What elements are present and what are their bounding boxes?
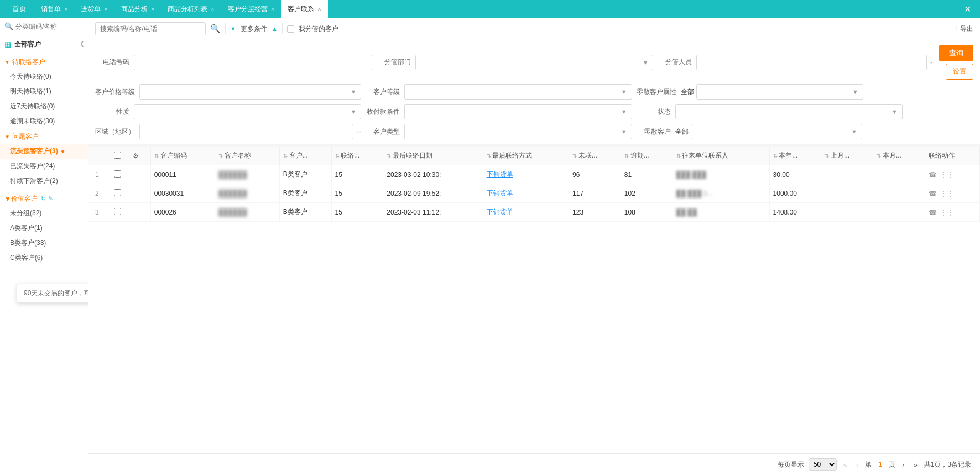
cell-last-method[interactable]: 下销货单 xyxy=(483,184,569,203)
cell-checkbox[interactable] xyxy=(106,165,129,184)
window-close-button[interactable]: ✕ xyxy=(960,4,976,14)
all-customers-header[interactable]: ⊞ 全部客户 《 xyxy=(0,35,88,54)
cell-year-amount: 30.00 xyxy=(769,165,821,184)
close-customer-contact-tab[interactable]: × xyxy=(317,6,321,12)
row-checkbox-2[interactable] xyxy=(114,208,121,215)
cell-last-date: 2023-03-02 10:30: xyxy=(383,165,483,184)
next-page-btn[interactable]: › xyxy=(900,460,906,470)
prev-page-btn[interactable]: ‹ xyxy=(854,460,861,470)
region-input[interactable] xyxy=(139,124,353,139)
first-page-btn[interactable]: « xyxy=(841,460,849,470)
nature-select[interactable]: ▼ xyxy=(134,104,361,119)
tab-analysis[interactable]: 商品分析 × xyxy=(114,0,161,18)
sidebar-item-declining[interactable]: 持续下滑客户(2) xyxy=(0,174,88,189)
customer-type-select[interactable]: ▼ xyxy=(404,124,632,139)
sidebar-item-class-b[interactable]: B类客户(33) xyxy=(0,236,88,250)
th-checkbox[interactable] xyxy=(106,147,129,165)
tab-customer-tier[interactable]: 客户分层经营 × xyxy=(221,0,281,18)
close-customer-tier-tab[interactable]: × xyxy=(271,6,274,12)
th-last-method[interactable]: 最后联络方式 xyxy=(483,147,569,165)
th-unit-contact[interactable]: 往来单位联系人 xyxy=(673,147,769,165)
my-customers-checkbox[interactable] xyxy=(287,25,294,33)
th-last-month[interactable]: 上月... xyxy=(821,147,873,165)
table-header-row: ⚙ 客户编码 客户名称 客户... 联络... 最后联络日期 最后联络方式 未联… xyxy=(88,147,980,165)
my-customers-label[interactable]: 我分管的客户 xyxy=(299,24,338,34)
data-table-container: ⚙ 客户编码 客户名称 客户... 联络... 最后联络日期 最后联络方式 未联… xyxy=(88,147,980,453)
th-year-amount[interactable]: 本年... xyxy=(769,147,821,165)
settings-button[interactable]: 设置 xyxy=(946,64,973,80)
tab-sales[interactable]: 销售单 × xyxy=(34,0,74,18)
row-checkbox-1[interactable] xyxy=(114,189,121,196)
cell-checkbox[interactable] xyxy=(106,203,129,222)
sidebar-item-7days[interactable]: 近7天待联络(0) xyxy=(0,99,88,114)
status-label: 状态 xyxy=(637,107,675,117)
contact-icon[interactable]: ☎ xyxy=(929,208,937,216)
retail-customer-select[interactable]: ▼ xyxy=(691,124,862,139)
cell-last-method[interactable]: 下销货单 xyxy=(483,165,569,184)
th-level[interactable]: 客户... xyxy=(279,147,331,165)
query-button[interactable]: 查询 xyxy=(939,45,973,61)
close-sales-tab[interactable]: × xyxy=(64,6,67,12)
more-action-icon[interactable]: ⋮⋮ xyxy=(940,171,953,179)
region-dots[interactable]: ··· xyxy=(356,128,361,135)
filter-field-dept: 分管部门 ▼ xyxy=(377,55,654,70)
select-all-checkbox[interactable] xyxy=(114,152,121,159)
value-refresh-icon[interactable]: ↻ xyxy=(41,195,46,202)
manager-label: 分管人员 xyxy=(658,58,696,67)
th-overdue[interactable]: 逾期... xyxy=(621,147,673,165)
close-analysis-list-tab[interactable]: × xyxy=(211,6,214,12)
close-purchase-tab[interactable]: × xyxy=(104,6,107,12)
th-code[interactable]: 客户编码 xyxy=(150,147,215,165)
cell-checkbox[interactable] xyxy=(106,184,129,203)
retail-attr-select[interactable]: ▼ xyxy=(696,84,863,100)
sidebar-group-problem[interactable]: ▼ 问题客户 xyxy=(0,129,88,144)
row-checkbox-0[interactable] xyxy=(114,170,121,178)
sidebar-item-churned[interactable]: 已流失客户(24) xyxy=(0,159,88,174)
cell-last-date: 2023-02-03 11:12: xyxy=(383,203,483,222)
sidebar-item-ungrouped[interactable]: 未分组(32) xyxy=(0,206,88,221)
manager-input[interactable] xyxy=(696,55,927,70)
value-edit-icon[interactable]: ✎ xyxy=(48,195,53,202)
sidebar-item-overdue[interactable]: 逾期未联络(30) xyxy=(0,114,88,129)
th-settings[interactable]: ⚙ xyxy=(129,147,150,165)
sidebar-item-today[interactable]: 今天待联络(0) xyxy=(0,69,88,84)
dept-select[interactable]: ▼ xyxy=(415,55,654,70)
home-tab[interactable]: 首页 xyxy=(4,0,34,18)
th-this-month[interactable]: 本月... xyxy=(873,147,925,165)
tab-customer-contact[interactable]: 客户联系 × xyxy=(281,0,327,18)
th-contact[interactable]: 联络... xyxy=(331,147,383,165)
last-page-btn[interactable]: » xyxy=(911,460,919,470)
sidebar-group-pending[interactable]: ▼ 待联络客户 xyxy=(0,54,88,69)
more-action-icon[interactable]: ⋮⋮ xyxy=(940,208,953,216)
cell-last-method[interactable]: 下销货单 xyxy=(483,203,569,222)
cell-overdue: 81 xyxy=(621,165,673,184)
th-no-contact[interactable]: 未联... xyxy=(569,147,621,165)
sidebar-item-churn-warning[interactable]: 流失预警客户(3) ● xyxy=(0,144,88,159)
more-action-icon[interactable]: ⋮⋮ xyxy=(940,190,953,197)
customer-level-select[interactable]: ▼ xyxy=(404,84,632,100)
phone-input[interactable] xyxy=(134,55,372,70)
contact-icon[interactable]: ☎ xyxy=(929,171,937,179)
manager-dots[interactable]: ··· xyxy=(929,59,935,66)
contact-icon[interactable]: ☎ xyxy=(929,190,937,197)
tab-purchase[interactable]: 进货单 × xyxy=(74,0,114,18)
sidebar-item-class-c[interactable]: C类客户(6) xyxy=(0,250,88,265)
more-conditions-button[interactable]: 更多条件 xyxy=(241,24,267,34)
sidebar-search-input[interactable] xyxy=(15,23,88,30)
price-level-select[interactable]: ▼ xyxy=(139,84,361,100)
close-analysis-tab[interactable]: × xyxy=(151,6,154,12)
payment-select[interactable]: ▼ xyxy=(404,104,632,119)
per-page-select[interactable]: 50 20 100 xyxy=(809,458,837,471)
sidebar-item-tomorrow[interactable]: 明天待联络(1) xyxy=(0,84,88,99)
cell-index: 1 xyxy=(88,165,106,184)
cell-this-month xyxy=(873,165,925,184)
tab-analysis-list[interactable]: 商品分析列表 × xyxy=(161,0,221,18)
status-select[interactable]: ▼ xyxy=(675,104,903,119)
th-name[interactable]: 客户名称 xyxy=(215,147,279,165)
search-button[interactable]: 🔍 xyxy=(210,24,221,34)
search-input[interactable] xyxy=(95,22,206,35)
th-last-date[interactable]: 最后联络日期 xyxy=(383,147,483,165)
sidebar-group-value[interactable]: ▼ 价值客户 ↻ ✎ xyxy=(0,191,88,206)
sidebar-item-class-a[interactable]: A类客户(1) xyxy=(0,221,88,236)
export-button[interactable]: ↑ 导出 xyxy=(955,24,973,34)
